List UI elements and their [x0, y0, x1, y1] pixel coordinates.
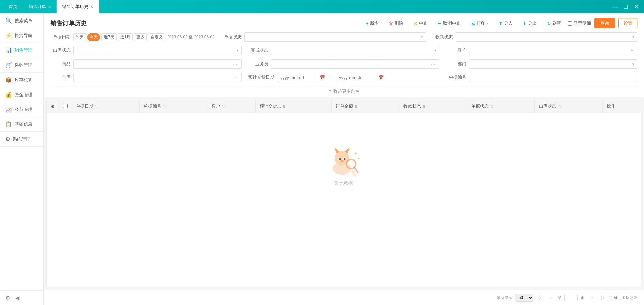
- sort-amount-icon[interactable]: ⇅: [355, 105, 357, 108]
- sort-receipt-icon[interactable]: ⇅: [423, 105, 425, 108]
- tab-sales-history[interactable]: 销售订单历史 ✕: [57, 0, 99, 13]
- filter-goods: 商品 ···: [50, 59, 242, 69]
- delete-button[interactable]: 🗑 删除: [385, 18, 407, 28]
- delivery-date-from-input[interactable]: [277, 73, 317, 82]
- salesperson-select[interactable]: ···: [271, 59, 439, 69]
- last-page-button[interactable]: ⟩⟩: [599, 294, 606, 301]
- import-button[interactable]: ⬆ 导入: [495, 18, 516, 28]
- settings-icon[interactable]: ⚙: [5, 295, 10, 301]
- delivery-date-to-input[interactable]: [336, 73, 376, 82]
- goods-select[interactable]: ···: [73, 59, 242, 69]
- delivery-date-control: 📅 — 📅: [277, 73, 439, 82]
- order-status-label: 单据状态: [221, 34, 242, 40]
- th-voucher-no: 单据编号 ⇅: [139, 100, 207, 113]
- empty-text: 暂无数据: [334, 180, 353, 186]
- first-page-button[interactable]: ⟨⟨: [536, 294, 544, 301]
- customer-select[interactable]: ···: [469, 46, 637, 55]
- finance-icon: 💰: [5, 91, 12, 98]
- order-status-select[interactable]: ▾: [244, 32, 426, 42]
- filter-customer: 客户 ···: [446, 46, 637, 55]
- filter-row-2: 出库状态 ▾ 完成状态 ▾ 客户: [50, 46, 637, 55]
- goods-dots-icon[interactable]: ···: [232, 61, 239, 67]
- voucher-no-label: 单据编号: [446, 74, 466, 80]
- outbound-select[interactable]: ▾: [73, 46, 242, 55]
- sort-outbound-icon[interactable]: ⇅: [558, 105, 561, 108]
- filter-voucher-no: 单据编号: [446, 73, 637, 82]
- date-btn-today[interactable]: 今天: [87, 33, 100, 41]
- sort-date-icon[interactable]: ⇅: [95, 105, 98, 108]
- tab-sales-order[interactable]: 销售订单 ✕: [23, 0, 57, 13]
- display-dense-checkbox[interactable]: [568, 21, 572, 26]
- select-all-checkbox[interactable]: [63, 104, 68, 108]
- sidebar-item-finance[interactable]: 💰 资金管理: [0, 87, 43, 102]
- date-btn-more[interactable]: 更多: [134, 33, 147, 41]
- add-icon: +: [366, 21, 369, 26]
- export-button[interactable]: ⬇ 导出: [519, 18, 540, 28]
- content-area: 销售订单历史 + 新增 🗑 删除 ⊘ 中止 ↩: [44, 13, 644, 305]
- sidebar: 🔍 搜索菜单 ⚡ 快捷导航 📊 销售管理 🛒 采购管理 📦 库存核算 💰 资金管…: [0, 13, 44, 305]
- salesperson-label: 业务员: [248, 61, 268, 67]
- voucher-no-input[interactable]: [469, 73, 637, 82]
- sidebar-item-sales[interactable]: 📊 销售管理: [0, 43, 43, 58]
- salesperson-dots-icon[interactable]: ···: [430, 61, 436, 67]
- sidebar-item-search[interactable]: 🔍 搜索菜单: [0, 13, 43, 28]
- sidebar-item-inventory[interactable]: 📦 库存核算: [0, 73, 43, 87]
- stop-button[interactable]: ⊘ 中止: [410, 18, 431, 28]
- sidebar-item-operations[interactable]: 📈 经营管理: [0, 102, 43, 117]
- sort-voucher-icon[interactable]: ⇅: [163, 105, 166, 108]
- collapse-sidebar-icon[interactable]: ◀: [15, 295, 19, 301]
- system-icon: ⚙: [5, 136, 10, 142]
- print-button[interactable]: 🖨 打印 ▾: [467, 18, 492, 28]
- close-tab-sales-order-icon[interactable]: ✕: [48, 5, 51, 9]
- setting-button[interactable]: 设置: [618, 18, 637, 28]
- empty-state: ✦ ✦ 暂无数据: [47, 113, 641, 213]
- page-number-input[interactable]: 1: [564, 294, 578, 301]
- warehouse-dots-icon[interactable]: ···: [232, 75, 239, 80]
- filter-salesperson: 业务员 ···: [248, 59, 439, 69]
- th-customer: 客户 ⇅: [207, 100, 256, 113]
- window-close-button[interactable]: ✕: [632, 2, 641, 11]
- th-settings: ⚙: [47, 100, 59, 113]
- refresh-button[interactable]: ↻ 刷新: [544, 18, 564, 28]
- complete-select[interactable]: ▾: [271, 46, 439, 55]
- filter-dept: 部门 ▾: [446, 59, 637, 69]
- delete-icon: 🗑: [389, 21, 393, 26]
- date-btn-7days[interactable]: 近7天: [101, 33, 117, 41]
- per-page-select[interactable]: 50 10 20 100: [515, 294, 533, 302]
- dept-select[interactable]: ▾: [469, 59, 637, 69]
- basic-info-icon: 📋: [5, 121, 12, 127]
- outbound-arrow-icon: ▾: [237, 48, 239, 53]
- sidebar-item-purchase[interactable]: 🛒 采购管理: [0, 58, 43, 73]
- svg-line-10: [354, 167, 358, 172]
- display-dense-checkbox-label[interactable]: 显示明细: [568, 20, 591, 26]
- calendar-to-icon[interactable]: 📅: [378, 75, 384, 80]
- sort-order-status-icon[interactable]: ⇅: [490, 105, 493, 108]
- th-delivery: 预计交货... ⇅: [256, 100, 332, 113]
- cancel-stop-button[interactable]: ↩ 取消中止: [434, 18, 464, 28]
- date-btn-custom[interactable]: 自定义: [148, 33, 165, 41]
- sidebar-item-basic-info[interactable]: 📋 基础信息: [0, 117, 43, 132]
- sort-delivery-icon[interactable]: ⇅: [283, 105, 285, 108]
- sidebar-item-quicknav[interactable]: ⚡ 快捷导航: [0, 28, 43, 43]
- maximize-button[interactable]: □: [622, 3, 630, 11]
- main-layout: 🔍 搜索菜单 ⚡ 快捷导航 📊 销售管理 🛒 采购管理 📦 库存核算 💰 资金管…: [0, 13, 644, 305]
- date-btn-1month[interactable]: 近1月: [118, 33, 133, 41]
- sort-customer-icon[interactable]: ⇅: [222, 105, 225, 108]
- query-button[interactable]: 查询: [594, 18, 615, 28]
- outbound-label: 出库状态: [50, 47, 71, 53]
- calendar-from-icon[interactable]: 📅: [319, 75, 325, 80]
- minimize-button[interactable]: —: [610, 3, 620, 11]
- warehouse-select[interactable]: ···: [73, 73, 242, 82]
- sidebar-item-system[interactable]: ⚙ 系统管理: [0, 132, 43, 147]
- tab-home[interactable]: 首页: [3, 0, 23, 13]
- collapse-filters-row[interactable]: ⌃ 收起更多条件: [50, 86, 637, 97]
- prev-page-button[interactable]: ＜: [546, 294, 555, 301]
- th-order-status: 单据状态 ⇅: [467, 100, 535, 113]
- receipt-status-select[interactable]: ▾: [456, 32, 637, 42]
- table-settings-icon[interactable]: ⚙: [51, 104, 55, 109]
- date-btn-yesterday[interactable]: 昨天: [73, 33, 86, 41]
- close-tab-sales-history-icon[interactable]: ✕: [90, 5, 93, 9]
- cancel-stop-icon: ↩: [438, 21, 442, 26]
- add-button[interactable]: + 新增: [362, 18, 382, 28]
- next-page-button[interactable]: ＞: [587, 294, 596, 301]
